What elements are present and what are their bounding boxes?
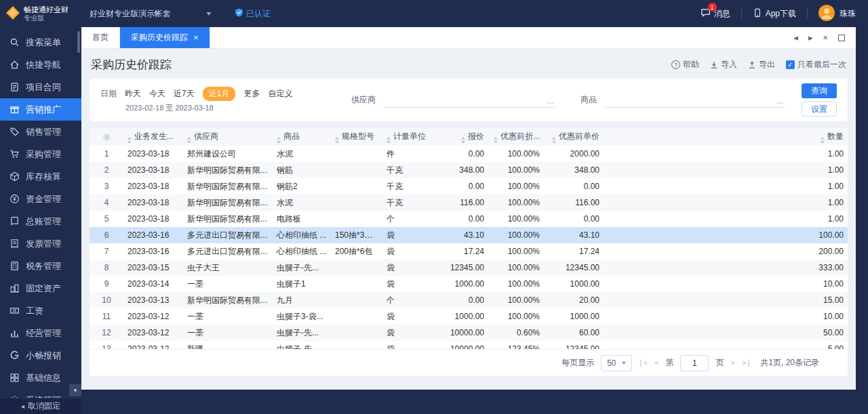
- sidebar-item-fixed-assets[interactable]: 固定资产: [0, 277, 81, 299]
- sidebar-item-general-ledger[interactable]: 总账管理: [0, 210, 81, 232]
- close-all-tabs-icon[interactable]: ×: [823, 33, 828, 42]
- date-option[interactable]: 自定义: [268, 88, 292, 100]
- sort-icon[interactable]: [821, 137, 825, 144]
- table-row[interactable]: 2 2023-03-18 新华明国际贸易有限... 钢筋 千克 348.00 1…: [90, 162, 848, 178]
- column-header[interactable]: 数量: [789, 128, 848, 146]
- sort-icon[interactable]: [127, 137, 132, 144]
- help-button[interactable]: ? 帮助: [671, 59, 699, 70]
- tab[interactable]: 首页: [81, 27, 120, 48]
- export-button[interactable]: 导出: [748, 59, 775, 70]
- checkbox-icon[interactable]: ✓: [786, 60, 795, 69]
- expand-icon[interactable]: [838, 35, 845, 41]
- column-settings-gear-icon[interactable]: [90, 128, 123, 146]
- row-index: 8: [90, 260, 123, 276]
- sidebar-item-expense[interactable]: 小畅报销: [0, 344, 81, 367]
- product-input[interactable]: ...: [604, 93, 785, 108]
- date-range[interactable]: 2023-02-18 至 2023-03-18: [125, 103, 339, 113]
- column-header[interactable]: 报价: [431, 128, 488, 146]
- sort-icon[interactable]: [335, 137, 339, 144]
- sort-icon[interactable]: [387, 137, 391, 144]
- import-button[interactable]: 导入: [710, 59, 737, 70]
- sidebar-scrollbar[interactable]: [77, 31, 80, 53]
- sort-icon[interactable]: [187, 137, 191, 144]
- sidebar-item-quick-nav[interactable]: 快捷导航: [0, 54, 81, 76]
- sidebar-item-payroll[interactable]: 工资: [0, 299, 81, 322]
- table-row[interactable]: 13 2023-03-12 新疆 虫腿子-先... 袋 10000.00 123…: [90, 341, 848, 349]
- query-button[interactable]: 查询: [802, 83, 837, 98]
- cell-unit: 件: [382, 146, 431, 162]
- sidebar-item-marketing[interactable]: 营销推广: [0, 98, 81, 121]
- cell-product: 虫腿子1: [273, 276, 331, 292]
- sidebar-item-project-contract[interactable]: 项目合同: [0, 76, 81, 98]
- row-index: 12: [90, 325, 123, 341]
- column-header[interactable]: 供应商: [183, 128, 273, 146]
- table-row[interactable]: 5 2023-03-18 新华明国际贸易有限... 电路板 个 0.00 100…: [90, 211, 848, 227]
- sort-icon[interactable]: [277, 137, 281, 144]
- sidebar-item-search-menu[interactable]: 搜索菜单: [0, 31, 81, 54]
- cell-spec: 200抽*6包: [331, 243, 382, 260]
- table-row[interactable]: 11 2023-03-12 一垄 虫腿子3-袋... 袋 1000.00 100…: [90, 308, 848, 325]
- table-row[interactable]: 1 2023-03-18 郑州建设公司 水泥 件 0.00 100.00% 20…: [90, 146, 848, 162]
- table-row[interactable]: 4 2023-03-18 新华明国际贸易有限... 水泥 千克 116.00 1…: [90, 194, 848, 211]
- table-row[interactable]: 9 2023-03-14 一垄 虫腿子1 袋 1000.00 100.00% 1…: [90, 276, 848, 292]
- tab[interactable]: 采购历史价跟踪 ×: [120, 27, 210, 48]
- first-page-icon[interactable]: |<: [639, 358, 648, 367]
- tab-scroll-right-icon[interactable]: ▸: [808, 33, 813, 42]
- only-last-label: 只看最后一次: [797, 59, 846, 70]
- supplier-picker-icon[interactable]: ...: [545, 96, 556, 107]
- column-header[interactable]: 商品: [273, 128, 331, 146]
- app-download-button[interactable]: App下载: [753, 8, 796, 20]
- supplier-input[interactable]: ...: [382, 93, 556, 108]
- per-page-select[interactable]: 50: [601, 355, 631, 371]
- cell-qty: 200.00: [789, 243, 848, 260]
- date-option[interactable]: 近1月: [203, 87, 236, 101]
- only-last-checkbox[interactable]: ✓ 只看最后一次: [786, 59, 846, 70]
- column-header[interactable]: [604, 128, 789, 146]
- unpin-sidebar-button[interactable]: ◂ 取消固定: [0, 398, 81, 414]
- cell-price: 348.00: [431, 162, 488, 178]
- date-option[interactable]: 近7天: [174, 88, 195, 100]
- settings-button[interactable]: 设置: [802, 102, 837, 117]
- account-switcher[interactable]: 好业财专业版演示帐套: [90, 8, 212, 20]
- sort-icon[interactable]: [494, 137, 498, 144]
- cell-date: 2023-03-12: [123, 341, 183, 349]
- sidebar-item-purchase[interactable]: 采购管理: [0, 143, 81, 165]
- last-page-icon[interactable]: >|: [742, 358, 751, 367]
- column-header[interactable]: 优惠前折...: [488, 128, 544, 146]
- sidebar-item-tax[interactable]: 税务管理: [0, 255, 81, 277]
- tab-scroll-left-icon[interactable]: ◂: [793, 33, 798, 42]
- table-row[interactable]: 7 2023-03-16 多元进出口贸易有限... 心相印抽纸 ... 200抽…: [90, 243, 848, 260]
- column-header[interactable]: 规格型号: [331, 128, 382, 146]
- table-row[interactable]: 12 2023-03-12 一垄 虫腿子-先... 袋 10000.00 0.6…: [90, 325, 848, 341]
- sidebar-scroll-down-button[interactable]: ▾: [69, 384, 81, 396]
- sort-icon[interactable]: [552, 137, 556, 144]
- column-header[interactable]: 计量单位: [382, 128, 431, 146]
- search-icon: [9, 37, 20, 47]
- date-option[interactable]: 更多: [243, 88, 260, 100]
- tab-close-icon[interactable]: ×: [193, 33, 199, 43]
- column-header[interactable]: 业务发生...: [123, 128, 183, 146]
- row-index: 11: [90, 308, 123, 325]
- row-index: 1: [90, 146, 123, 162]
- sidebar-item-funds[interactable]: 资金管理: [0, 188, 81, 210]
- sidebar-item-operations[interactable]: 经营管理: [0, 322, 81, 344]
- cell-pre-price: 2000.00: [544, 146, 604, 162]
- table-row[interactable]: 6 2023-03-16 多元进出口贸易有限... 心相印抽纸 ... 150抽…: [90, 227, 848, 243]
- table-row[interactable]: 8 2023-03-15 虫子大王 虫腿子-先... 袋 12345.00 10…: [90, 260, 848, 276]
- page-number-input[interactable]: [680, 355, 709, 371]
- date-filter: 日期 昨天今天近7天近1月更多自定义 2023-02-18 至 2023-03-…: [100, 87, 339, 113]
- date-option[interactable]: 昨天: [125, 88, 141, 100]
- date-option[interactable]: 今天: [149, 88, 165, 100]
- sidebar-item-invoice[interactable]: 发票管理: [0, 232, 81, 255]
- user-menu[interactable]: 珠珠: [818, 5, 856, 23]
- sort-icon[interactable]: [461, 137, 465, 144]
- column-header[interactable]: 优惠前单价: [544, 128, 604, 146]
- table-row[interactable]: 3 2023-03-18 新华明国际贸易有限... 钢筋2 千克 0.00 10…: [90, 178, 848, 194]
- next-page-icon[interactable]: >: [730, 358, 735, 367]
- product-picker-icon[interactable]: ...: [774, 96, 785, 107]
- sidebar-item-sales[interactable]: 销售管理: [0, 121, 81, 143]
- prev-page-icon[interactable]: <: [654, 358, 659, 367]
- table-row[interactable]: 10 2023-03-13 新华明国际贸易有限... 九月 个 0.00 100…: [90, 292, 848, 308]
- sidebar-item-inventory[interactable]: 库存核算: [0, 165, 81, 188]
- messages-button[interactable]: 1 消息: [701, 7, 730, 20]
